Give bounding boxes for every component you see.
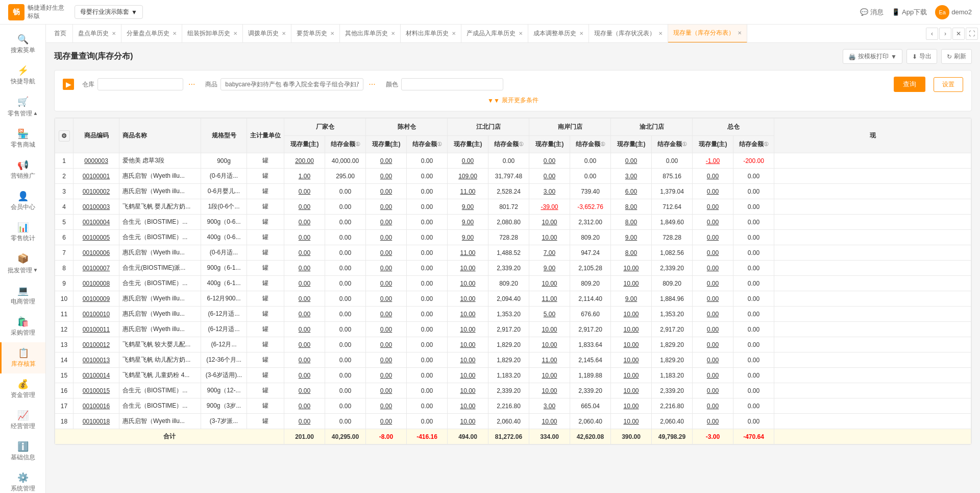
cell-yubeimen-stock[interactable]: 9.00	[611, 230, 652, 245]
cell-yubeimen-stock[interactable]: 10.00	[611, 383, 652, 398]
cell-code[interactable]: 00100018	[74, 414, 119, 429]
cell-jiangbei-stock[interactable]: 11.00	[448, 184, 488, 199]
tab-close-stocktake[interactable]: ✕	[112, 31, 116, 36]
sidebar-item-member[interactable]: 👤 会员中心	[0, 185, 45, 217]
sidebar-item-ecommerce[interactable]: 💻 电商管理	[0, 280, 45, 311]
cell-factory-stock[interactable]: 0.00	[284, 276, 325, 291]
sidebar-item-finance[interactable]: 💰 资金管理	[0, 373, 45, 405]
cell-nanan-stock[interactable]: 3.00	[529, 184, 570, 199]
cell-jiangbei-stock[interactable]: 10.00	[448, 353, 488, 368]
cell-nanan-stock[interactable]: 7.00	[529, 245, 570, 261]
tab-transfer[interactable]: 调拨单历史 ✕	[243, 25, 291, 43]
cell-jiangbei-stock[interactable]: 10.00	[448, 291, 488, 307]
yubeimen-info-icon[interactable]: ①	[682, 141, 687, 147]
cell-code[interactable]: 00100005	[74, 230, 119, 245]
cell-yubeimen-stock[interactable]: 8.00	[611, 245, 652, 261]
cell-total-stock[interactable]: 0.00	[693, 199, 733, 215]
cell-nanan-stock[interactable]: 9.00	[529, 261, 570, 276]
cell-total-stock[interactable]: 0.00	[693, 322, 733, 337]
sidebar-item-search[interactable]: 🔍 搜索英单	[0, 29, 45, 60]
cell-total-stock[interactable]: 0.00	[693, 398, 733, 414]
jiangbei-info-icon[interactable]: ①	[519, 141, 524, 147]
w2-info-icon[interactable]: ①	[437, 141, 442, 147]
cell-w2-stock[interactable]: 0.00	[366, 414, 407, 429]
tab-close-purchase[interactable]: ✕	[330, 31, 334, 36]
tab-fullscreen-btn[interactable]: ⛶	[966, 28, 978, 40]
cell-total-stock[interactable]: 0.00	[693, 169, 733, 184]
cell-nanan-stock[interactable]: 0.00	[529, 153, 570, 169]
cell-total-stock[interactable]: 0.00	[693, 245, 733, 261]
cell-factory-stock[interactable]: 200.00	[284, 153, 325, 169]
cell-total-stock[interactable]: -1.00	[693, 153, 733, 169]
message-btn[interactable]: 💬 消息	[860, 8, 884, 17]
cell-code[interactable]: 00100016	[74, 398, 119, 414]
tab-branch-stocktake[interactable]: 分量盘点单历史 ✕	[121, 25, 182, 43]
cell-jiangbei-stock[interactable]: 10.00	[448, 398, 488, 414]
search-btn[interactable]: 查询	[894, 77, 925, 92]
cell-w2-stock[interactable]: 0.00	[366, 153, 407, 169]
cell-jiangbei-stock[interactable]: 11.00	[448, 245, 488, 261]
tab-cost-adjust[interactable]: 成本调整单历史 ✕	[528, 25, 589, 43]
factory-info-icon[interactable]: ①	[355, 141, 360, 147]
sidebar-item-stats[interactable]: 📊 零售统计	[0, 217, 45, 248]
tab-close-branch[interactable]: ✕	[173, 31, 177, 36]
goods-input[interactable]	[220, 78, 363, 90]
user-profile-btn[interactable]: Ea demo2	[935, 5, 972, 19]
goods-more-btn[interactable]: ···	[369, 80, 375, 89]
sidebar-item-shop[interactable]: 🏪 零售商城	[0, 123, 45, 154]
cell-w2-stock[interactable]: 0.00	[366, 322, 407, 337]
cell-code[interactable]: 0000003	[74, 153, 119, 169]
tab-close-cost[interactable]: ✕	[579, 31, 583, 36]
warehouse-input[interactable]	[97, 78, 183, 90]
cell-yubeimen-stock[interactable]: 10.00	[611, 368, 652, 383]
cell-yubeimen-stock[interactable]: 10.00	[611, 261, 652, 276]
cell-jiangbei-stock[interactable]: 10.00	[448, 383, 488, 398]
cell-yubeimen-stock[interactable]: 10.00	[611, 276, 652, 291]
cell-code[interactable]: 00100015	[74, 383, 119, 398]
cell-nanan-stock[interactable]: 10.00	[529, 414, 570, 429]
cell-yubeimen-stock[interactable]: 10.00	[611, 398, 652, 414]
tab-close-finished[interactable]: ✕	[519, 31, 523, 36]
cell-factory-stock[interactable]: 0.00	[284, 184, 325, 199]
cell-factory-stock[interactable]: 0.00	[284, 199, 325, 215]
cell-jiangbei-stock[interactable]: 9.00	[448, 230, 488, 245]
cell-yubeimen-stock[interactable]: 9.00	[611, 291, 652, 307]
cell-factory-stock[interactable]: 0.00	[284, 337, 325, 353]
cell-yubeimen-stock[interactable]: 3.00	[611, 169, 652, 184]
tab-close-transfer[interactable]: ✕	[282, 31, 286, 36]
sidebar-item-wholesale[interactable]: 📦 批发管理 ▼	[0, 248, 45, 280]
cell-w2-stock[interactable]: 0.00	[366, 337, 407, 353]
cell-total-stock[interactable]: 0.00	[693, 353, 733, 368]
cell-jiangbei-stock[interactable]: 10.00	[448, 337, 488, 353]
cell-nanan-stock[interactable]: 10.00	[529, 276, 570, 291]
cell-factory-stock[interactable]: 0.00	[284, 245, 325, 261]
sidebar-item-purchase[interactable]: 🛍️ 采购管理	[0, 311, 45, 342]
tab-stocktake[interactable]: 盘点单历史 ✕	[73, 25, 121, 43]
tab-next-btn[interactable]: ›	[939, 28, 951, 40]
cell-w2-stock[interactable]: 0.00	[366, 353, 407, 368]
cell-nanan-stock[interactable]: 11.00	[529, 291, 570, 307]
cell-jiangbei-stock[interactable]: 10.00	[448, 414, 488, 429]
cell-jiangbei-stock[interactable]: 109.00	[448, 169, 488, 184]
refresh-btn[interactable]: ↻ 刷新	[941, 49, 972, 64]
cell-total-stock[interactable]: 0.00	[693, 184, 733, 199]
tab-close-all-btn[interactable]: ✕	[952, 28, 965, 40]
cell-total-stock[interactable]: 0.00	[693, 230, 733, 245]
cell-w2-stock[interactable]: 0.00	[366, 276, 407, 291]
warehouse-more-btn[interactable]: ···	[188, 80, 195, 89]
cell-w2-stock[interactable]: 0.00	[366, 169, 407, 184]
app-download-btn[interactable]: 📱 App下载	[892, 8, 927, 17]
cell-yubeimen-stock[interactable]: 8.00	[611, 199, 652, 215]
cell-nanan-stock[interactable]: 5.00	[529, 307, 570, 322]
cell-jiangbei-stock[interactable]: 0.00	[448, 153, 488, 169]
cell-code[interactable]: 00100007	[74, 261, 119, 276]
cell-nanan-stock[interactable]: 10.00	[529, 215, 570, 230]
cell-factory-stock[interactable]: 0.00	[284, 291, 325, 307]
industry-selector[interactable]: 母婴行业演示陈套 ▼	[75, 5, 143, 19]
cell-total-stock[interactable]: 0.00	[693, 337, 733, 353]
cell-code[interactable]: 00100006	[74, 245, 119, 261]
cell-yubeimen-stock[interactable]: 10.00	[611, 307, 652, 322]
sidebar-item-quick[interactable]: ⚡ 快捷导航	[0, 60, 45, 91]
cell-nanan-stock[interactable]: 3.00	[529, 398, 570, 414]
cell-code[interactable]: 00100009	[74, 291, 119, 307]
